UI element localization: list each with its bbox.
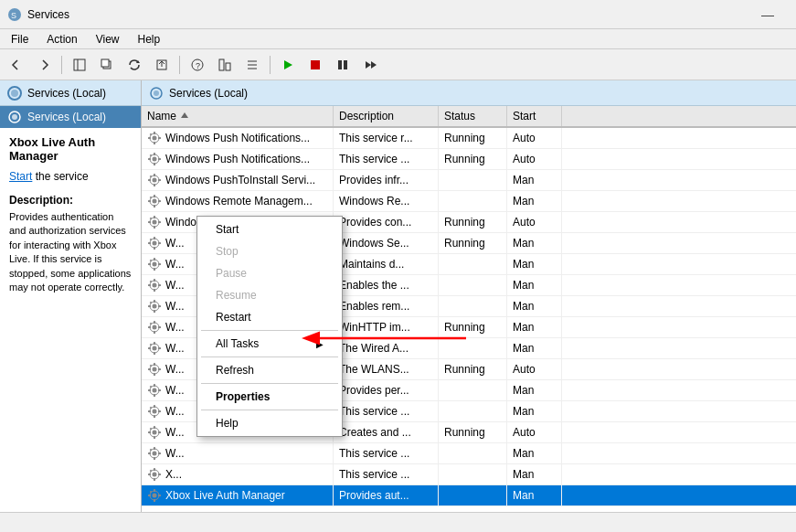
- menu-action[interactable]: Action: [39, 31, 84, 48]
- service-gear-icon: [147, 425, 162, 440]
- col-start[interactable]: Start: [507, 106, 562, 126]
- ctx-sep-3: [201, 383, 338, 384]
- service-start: Auto: [513, 132, 536, 144]
- service-start: Man: [513, 405, 534, 418]
- td-start: Man: [507, 485, 562, 505]
- svg-rect-74: [148, 263, 151, 265]
- service-desc: The WLANS...: [339, 363, 409, 376]
- svg-point-134: [153, 452, 157, 456]
- ctx-refresh[interactable]: Refresh: [197, 359, 342, 381]
- svg-rect-10: [219, 59, 224, 70]
- svg-rect-46: [148, 179, 151, 181]
- services-header-icon: [149, 86, 164, 101]
- table-row[interactable]: Xbox Live Auth Manager Provides aut... M…: [142, 485, 796, 506]
- svg-text:S: S: [11, 11, 16, 20]
- svg-rect-143: [154, 478, 155, 481]
- table-row[interactable]: W... This service ... Man: [142, 443, 796, 464]
- detail-desc-label: Description:: [9, 194, 132, 207]
- ctx-restart[interactable]: Restart: [197, 306, 342, 328]
- ctx-start[interactable]: Start: [197, 218, 342, 240]
- table-row[interactable]: Windows PushToInstall Servi... Provides …: [142, 170, 796, 191]
- service-gear-icon: [147, 467, 162, 482]
- svg-rect-110: [158, 368, 161, 370]
- svg-rect-82: [158, 284, 161, 286]
- chart-button[interactable]: [212, 53, 238, 77]
- svg-rect-73: [154, 268, 155, 271]
- minimize-button[interactable]: —: [747, 0, 789, 29]
- td-status: [439, 485, 507, 505]
- sidebar-services-local[interactable]: Services (Local): [0, 106, 141, 128]
- statusbar: [0, 512, 796, 532]
- svg-rect-125: [150, 407, 153, 410]
- show-hide-button[interactable]: [67, 53, 92, 77]
- menu-help[interactable]: Help: [131, 31, 168, 48]
- svg-rect-152: [158, 495, 161, 496]
- svg-rect-101: [154, 352, 155, 355]
- svg-point-71: [153, 262, 157, 267]
- service-start: Man: [513, 489, 534, 502]
- menu-view[interactable]: View: [89, 31, 127, 48]
- play-button[interactable]: [275, 53, 301, 77]
- ctx-properties[interactable]: Properties: [197, 386, 342, 408]
- svg-rect-87: [154, 310, 155, 313]
- service-status: Running: [444, 363, 485, 376]
- td-status: [439, 443, 507, 463]
- service-desc: Provides infr...: [339, 174, 409, 186]
- back-button[interactable]: [4, 53, 29, 77]
- service-gear-icon: [147, 446, 162, 461]
- td-desc: Windows Re...: [334, 191, 439, 211]
- ctx-stop: Stop: [197, 240, 342, 262]
- svg-rect-55: [150, 197, 153, 199]
- col-desc[interactable]: Description: [334, 106, 439, 126]
- menubar: File Action View Help: [0, 29, 796, 49]
- td-status: [439, 254, 507, 274]
- service-start: Man: [513, 258, 534, 271]
- svg-rect-62: [150, 218, 153, 220]
- table-row[interactable]: Windows Push Notifications... This servi…: [142, 128, 796, 149]
- forward-button[interactable]: [31, 53, 57, 77]
- table-row[interactable]: Windows Remote Managem... Windows Re... …: [142, 191, 796, 212]
- td-desc: Maintains d...: [334, 254, 439, 274]
- svg-point-24: [12, 114, 17, 120]
- menu-file[interactable]: File: [4, 31, 36, 48]
- copy-button[interactable]: [94, 53, 120, 77]
- td-status: Running: [439, 149, 507, 169]
- td-start: Auto: [507, 128, 562, 148]
- service-desc: This service ...: [339, 405, 409, 418]
- resume-button[interactable]: [357, 53, 383, 77]
- table-row[interactable]: Windows Push Notifications... This servi…: [142, 149, 796, 170]
- service-gear-icon: [147, 362, 162, 377]
- col-name[interactable]: Name: [142, 106, 334, 126]
- refresh-button[interactable]: [122, 53, 147, 77]
- svg-rect-138: [158, 452, 161, 454]
- ctx-all-tasks[interactable]: All Tasks ▶: [197, 333, 342, 355]
- svg-rect-58: [154, 216, 155, 218]
- ctx-start-label: Start: [216, 223, 239, 236]
- service-name: Windows Remote Managem...: [165, 195, 313, 207]
- service-desc: Maintains d...: [339, 258, 404, 271]
- export-button[interactable]: [149, 53, 175, 77]
- col-status[interactable]: Status: [439, 106, 507, 126]
- start-service-link[interactable]: Start: [9, 170, 32, 183]
- table-row[interactable]: X... This service ... Man: [142, 464, 796, 485]
- list-button[interactable]: [239, 53, 265, 77]
- stop-button[interactable]: [302, 53, 328, 77]
- td-status: [439, 380, 507, 400]
- td-start: Man: [507, 296, 562, 316]
- help-button[interactable]: ?: [185, 53, 210, 77]
- td-start: Man: [507, 170, 562, 190]
- service-name: W...: [165, 447, 185, 460]
- svg-rect-149: [154, 489, 155, 492]
- pause-button[interactable]: [330, 53, 356, 77]
- ctx-help[interactable]: Help: [197, 412, 342, 434]
- service-gear-icon: [147, 173, 162, 187]
- svg-rect-114: [154, 384, 155, 387]
- td-start: Man: [507, 443, 562, 463]
- svg-rect-38: [154, 163, 155, 165]
- svg-rect-65: [154, 237, 155, 239]
- td-desc: Enables rem...: [334, 296, 439, 316]
- svg-rect-69: [150, 239, 153, 241]
- svg-rect-34: [150, 133, 153, 136]
- service-gear-icon: [147, 194, 162, 208]
- td-desc: The WLANS...: [334, 359, 439, 379]
